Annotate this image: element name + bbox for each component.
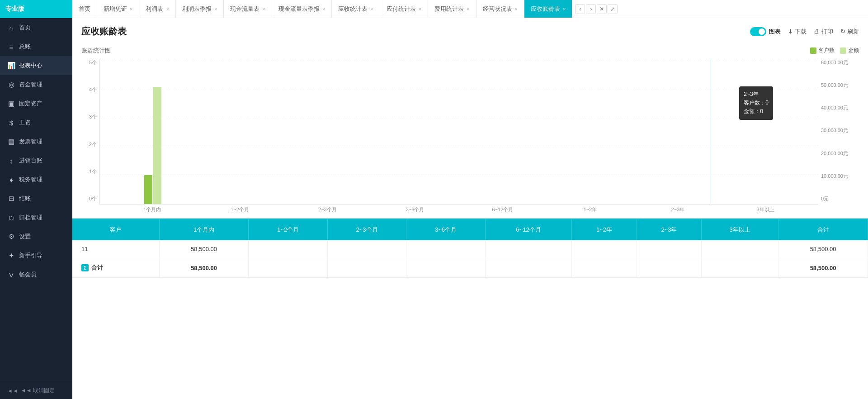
legend-amount: 金额 bbox=[840, 47, 859, 54]
tab-home[interactable]: 首页 bbox=[72, 0, 97, 18]
sidebar-item-label: 总账 bbox=[19, 43, 31, 51]
download-icon: ⬇ bbox=[788, 28, 793, 35]
tooltip-count: 客户数：0 bbox=[744, 99, 769, 107]
row-m36 bbox=[406, 240, 485, 258]
sidebar-item-label: 结账 bbox=[19, 195, 31, 203]
bar-group-y23[interactable] bbox=[634, 59, 722, 204]
y-right-0: 0元 bbox=[821, 195, 829, 202]
th-m23: 2~3个月 bbox=[327, 219, 406, 240]
tab-operation-close[interactable]: × bbox=[515, 6, 518, 12]
bar-m1-count bbox=[144, 175, 152, 204]
refresh-btn[interactable]: ↻ 刷新 bbox=[840, 28, 859, 36]
tab-profit-q[interactable]: 利润表季报 × bbox=[176, 0, 224, 18]
refresh-label: 刷新 bbox=[847, 28, 859, 36]
table-header-row: 客户 1个月内 1~2个月 2~3个月 3~6个月 6~12个月 1~2年 2~… bbox=[72, 219, 868, 240]
main-content: 首页 新增凭证 × 利润表 × 利润表季报 × 现金流量表 × 现金流量表季报 … bbox=[72, 0, 868, 399]
total-y23 bbox=[637, 258, 701, 278]
sidebar-item-assets[interactable]: ▣ 固定资产 bbox=[0, 94, 72, 113]
page-header: 应收账龄表 图表 ⬇ 下载 🖨 打印 ↻ 刷新 bbox=[72, 18, 868, 42]
tab-cashflow-q-close[interactable]: × bbox=[322, 6, 325, 12]
sidebar-item-close[interactable]: ⊟ 结账 bbox=[0, 189, 72, 208]
tab-home-label: 首页 bbox=[79, 5, 90, 13]
table-container: 客户 1个月内 1~2个月 2~3个月 3~6个月 6~12个月 1~2年 2~… bbox=[72, 218, 868, 399]
tab-next-btn[interactable]: › bbox=[586, 4, 596, 14]
tab-profit[interactable]: 利润表 × bbox=[139, 0, 175, 18]
tab-profit-close[interactable]: × bbox=[166, 6, 169, 12]
tab-cashflow-close[interactable]: × bbox=[262, 6, 265, 12]
bar-group-y12[interactable] bbox=[547, 59, 634, 204]
tab-receivable-stat-close[interactable]: × bbox=[370, 6, 373, 12]
tab-voucher-label: 新增凭证 bbox=[104, 5, 127, 13]
tooltip-amount: 金额：0 bbox=[744, 107, 769, 116]
y-right-40k: 40,000.00元 bbox=[821, 104, 848, 111]
sidebar-collapse-btn[interactable]: ◄◄ ◄◄ 取消固定 bbox=[0, 382, 72, 399]
stock-icon: ↕ bbox=[7, 157, 15, 165]
tab-prev-btn[interactable]: ‹ bbox=[575, 4, 585, 14]
tab-cashflow-q[interactable]: 现金流量表季报 × bbox=[272, 0, 332, 18]
tab-payable-stat[interactable]: 应付统计表 × bbox=[380, 0, 428, 18]
chart-title: 账龄统计图 bbox=[81, 47, 859, 55]
sidebar-item-archive[interactable]: 🗂 归档管理 bbox=[0, 208, 72, 227]
sidebar-item-home[interactable]: ⌂ 首页 bbox=[0, 18, 72, 37]
row-y23 bbox=[637, 240, 701, 258]
y-left-4: 4个 bbox=[89, 86, 97, 93]
sidebar-item-stock[interactable]: ↕ 进销台账 bbox=[0, 151, 72, 170]
sidebar: 专业版 ⌂ 首页 ≡ 总账 📊 报表中心 ◎ 资金管理 ▣ 固定资产 $ 工资 … bbox=[0, 0, 72, 399]
page-title: 应收账龄表 bbox=[81, 25, 127, 38]
tab-ar-aging-close[interactable]: × bbox=[563, 6, 566, 12]
tab-cashflow[interactable]: 现金流量表 × bbox=[224, 0, 272, 18]
y-left-2: 2个 bbox=[89, 141, 97, 148]
tab-expense-stat-close[interactable]: × bbox=[467, 6, 469, 12]
x-label-y23: 2~3年 bbox=[634, 206, 722, 213]
total-m12 bbox=[249, 258, 327, 278]
bar-group-m36[interactable] bbox=[372, 59, 459, 204]
sidebar-item-invoice[interactable]: ▤ 发票管理 bbox=[0, 132, 72, 151]
th-m612: 6~12个月 bbox=[485, 219, 572, 240]
th-y3plus: 3年以上 bbox=[702, 219, 778, 240]
x-label-m612: 6~12个月 bbox=[459, 206, 547, 213]
sidebar-item-label: 工资 bbox=[19, 119, 31, 127]
tab-expense-stat[interactable]: 费用统计表 × bbox=[428, 0, 476, 18]
bar-group-m612[interactable] bbox=[459, 59, 547, 204]
bar-group-m12[interactable] bbox=[197, 59, 284, 204]
tab-profit-q-close[interactable]: × bbox=[214, 6, 217, 12]
total-icon: Σ bbox=[81, 264, 89, 271]
chart-container: 账龄统计图 客户数 金额 5个 4个 3个 2个 1个 bbox=[72, 42, 868, 218]
sidebar-item-settings[interactable]: ⚙ 设置 bbox=[0, 227, 72, 246]
bar-group-m1[interactable] bbox=[109, 59, 197, 204]
tab-voucher-close[interactable]: × bbox=[130, 6, 132, 12]
th-total: 合计 bbox=[778, 219, 868, 240]
y-right-20k: 20,000.00元 bbox=[821, 150, 848, 157]
total-y3plus bbox=[702, 258, 778, 278]
sidebar-item-capital[interactable]: ◎ 资金管理 bbox=[0, 75, 72, 94]
gear-icon: ⚙ bbox=[7, 233, 15, 241]
tab-voucher[interactable]: 新增凭证 × bbox=[97, 0, 139, 18]
sidebar-item-reports[interactable]: 📊 报表中心 bbox=[0, 56, 72, 75]
sidebar-item-ledger[interactable]: ≡ 总账 bbox=[0, 37, 72, 56]
tab-close-all-btn[interactable]: ✕ bbox=[597, 4, 607, 14]
toggle-switch-btn[interactable] bbox=[750, 27, 766, 36]
tab-operation[interactable]: 经营状况表 × bbox=[476, 0, 524, 18]
bar-group-y3plus[interactable] bbox=[722, 59, 809, 204]
bar-group-m23[interactable] bbox=[284, 59, 372, 204]
chart-area: 5个 4个 3个 2个 1个 0个 bbox=[81, 59, 859, 213]
print-btn[interactable]: 🖨 打印 bbox=[814, 28, 833, 36]
aging-table: 客户 1个月内 1~2个月 2~3个月 3~6个月 6~12个月 1~2年 2~… bbox=[72, 219, 868, 278]
sidebar-item-vip[interactable]: V 畅会员 bbox=[0, 265, 72, 284]
tab-receivable-stat[interactable]: 应收统计表 × bbox=[332, 0, 380, 18]
print-label: 打印 bbox=[821, 28, 833, 36]
chart-toggle[interactable]: 图表 bbox=[750, 27, 781, 36]
tab-bar: 首页 新增凭证 × 利润表 × 利润表季报 × 现金流量表 × 现金流量表季报 … bbox=[72, 0, 868, 18]
sidebar-item-tax[interactable]: ♦ 税务管理 bbox=[0, 170, 72, 189]
sidebar-item-label: 固定资产 bbox=[19, 100, 42, 108]
tab-navigation: ‹ › ✕ ⤢ bbox=[572, 4, 620, 14]
sidebar-item-guide[interactable]: ✦ 新手引导 bbox=[0, 246, 72, 265]
tab-maximize-btn[interactable]: ⤢ bbox=[608, 4, 618, 14]
download-btn[interactable]: ⬇ 下载 bbox=[788, 28, 807, 36]
total-label: Σ 合计 bbox=[81, 264, 154, 272]
tab-payable-stat-close[interactable]: × bbox=[419, 6, 421, 12]
th-m12: 1~2个月 bbox=[249, 219, 327, 240]
sidebar-item-salary[interactable]: $ 工资 bbox=[0, 113, 72, 132]
tab-ar-aging[interactable]: 应收账龄表 × bbox=[524, 0, 572, 18]
legend-customer: 客户数 bbox=[810, 47, 835, 54]
